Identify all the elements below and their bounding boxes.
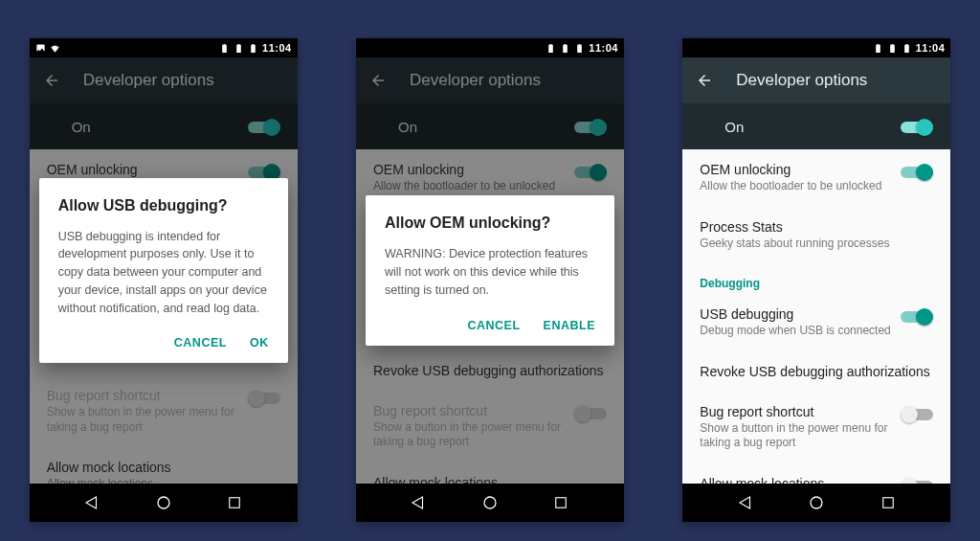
master-toggle-row[interactable]: On [682,103,950,149]
battery-icon [574,43,585,54]
setting-subtitle: Debug mode when USB is connected [700,324,891,339]
setting-subtitle: Show a button in the power menu for taki… [700,421,891,451]
setting-title: OEM unlocking [700,162,891,177]
battery-icon [887,43,898,54]
master-switch[interactable] [901,119,933,136]
nav-back-icon[interactable] [83,494,100,511]
setting-title: Allow mock locations [700,476,891,484]
image-icon [35,43,46,54]
clock: 11:04 [589,42,618,54]
cancel-button[interactable]: CANCEL [174,336,227,349]
app-bar: Developer options [682,57,950,103]
dialog-overlay: Allow OEM unlocking? WARNING: Device pro… [356,57,624,484]
battery-icon [902,43,912,54]
battery-icon [234,43,244,54]
setting-oem-unlocking[interactable]: OEM unlocking Allow the bootloader to be… [682,149,950,207]
back-icon[interactable] [696,72,713,89]
battery-icon [248,43,258,54]
setting-title: Bug report shortcut [700,404,891,419]
dialog-title: Allow OEM unlocking? [385,214,595,232]
enable-button[interactable]: ENABLE [544,319,595,332]
nav-back-icon[interactable] [737,494,754,511]
status-bar: 11:04 [30,38,298,57]
battery-icon [873,43,883,54]
setting-title: Revoke USB debugging authorizations [700,364,933,379]
svg-point-4 [811,497,822,508]
master-label: On [700,119,744,135]
nav-recent-icon[interactable] [880,494,897,511]
cancel-button[interactable]: CANCEL [467,319,520,332]
phone-3: 11:04 Developer options On OEM unlocking… [682,38,950,522]
svg-rect-3 [556,498,567,508]
nav-bar [682,484,950,522]
nav-back-icon[interactable] [410,494,427,511]
svg-point-2 [484,497,496,508]
setting-usb-debugging[interactable]: USB debugging Debug mode when USB is con… [682,294,950,351]
setting-title: Process Stats [700,219,933,235]
setting-title: USB debugging [700,306,891,322]
setting-subtitle: Geeky stats about running processes [700,237,933,252]
dialog-body: USB debugging is intended for developmen… [58,228,269,318]
clock: 11:04 [262,42,292,54]
nav-home-icon[interactable] [481,494,499,511]
setting-revoke-usb[interactable]: Revoke USB debugging authorizations [682,351,950,392]
status-bar: 11:04 [682,38,950,57]
status-bar: 11:04 [356,38,624,57]
svg-point-0 [158,497,169,508]
setting-subtitle: Allow the bootloader to be unlocked [700,179,891,194]
nav-recent-icon[interactable] [226,494,243,511]
nav-home-icon[interactable] [155,494,172,511]
phone-1: 11:04 Developer options On OEM unlocking… [30,38,298,522]
dialog-body: WARNING: Device protection features will… [385,245,595,299]
nav-bar [30,484,298,522]
settings-list: OEM unlocking Allow the bootloader to be… [682,149,950,484]
battery-icon [219,43,230,54]
setting-allow-mock-locations[interactable]: Allow mock locations Allow mock location… [682,463,950,484]
nav-recent-icon[interactable] [552,494,569,511]
phone-2: 11:04 Developer options On OEM unlocking… [356,38,624,522]
nav-home-icon[interactable] [808,494,825,511]
clock: 11:04 [916,42,946,54]
nav-bar [356,484,624,522]
svg-rect-1 [230,498,240,508]
page-title: Developer options [736,71,867,90]
battery-icon [560,43,570,54]
toggle-switch[interactable] [901,164,933,181]
setting-process-stats[interactable]: Process Stats Geeky stats about running … [682,207,950,264]
section-header-debugging: Debugging [682,263,950,294]
dialog-title: Allow USB debugging? [58,197,269,214]
battery-icon [546,43,556,54]
dialog-overlay: Allow USB debugging? USB debugging is in… [30,57,298,484]
usb-debugging-dialog: Allow USB debugging? USB debugging is in… [39,178,288,364]
svg-rect-5 [883,498,894,508]
setting-bug-report-shortcut[interactable]: Bug report shortcut Show a button in the… [682,392,950,463]
oem-unlocking-dialog: Allow OEM unlocking? WARNING: Device pro… [366,195,614,345]
wifi-icon [50,43,60,54]
toggle-switch[interactable] [901,406,933,423]
ok-button[interactable]: OK [250,336,269,349]
toggle-switch[interactable] [901,308,933,326]
